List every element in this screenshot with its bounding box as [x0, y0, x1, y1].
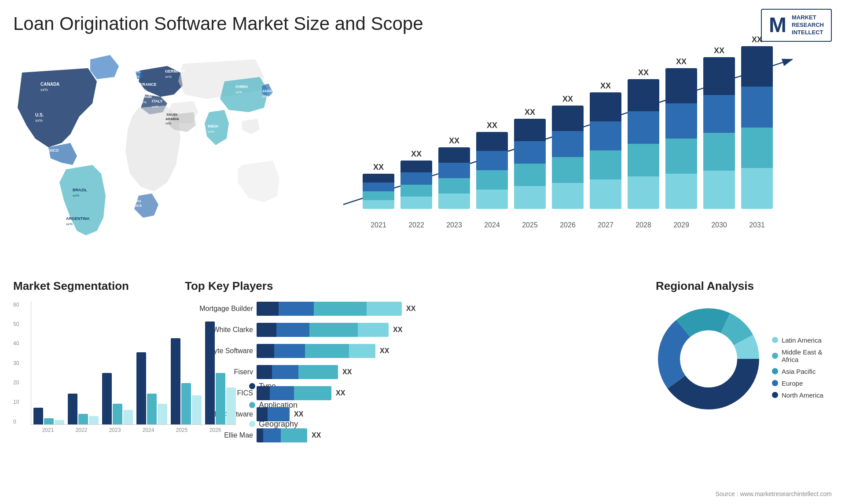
bar-segment — [552, 106, 584, 131]
bar-top-label: XX — [449, 136, 459, 146]
header: Loan Origination Software Market Size an… — [0, 0, 845, 46]
bar-stack — [703, 57, 735, 209]
svg-text:xx%: xx% — [262, 95, 268, 99]
source-text: Source : www.marketresearchintellect.com — [715, 490, 832, 497]
player-bar-segment — [257, 428, 263, 442]
seg-x-label: 2022 — [66, 427, 96, 433]
bar-top-label: XX — [714, 46, 724, 55]
bar-segment — [628, 144, 659, 176]
bar-segment — [514, 141, 546, 164]
bar-group: XX — [438, 136, 470, 209]
bar-segment — [590, 150, 621, 179]
bar-segment — [665, 103, 697, 139]
bar-stack — [363, 174, 394, 209]
bar-segment — [400, 161, 432, 173]
bar-segment — [590, 121, 621, 150]
bar-year-label: 2026 — [552, 221, 584, 229]
seg-x-label: 2023 — [100, 427, 130, 433]
svg-point-40 — [681, 332, 736, 386]
seg-bar-group — [68, 394, 99, 424]
bar-segment — [438, 194, 470, 209]
bar-group: XX — [741, 35, 773, 209]
svg-text:U.K.: U.K. — [133, 69, 141, 73]
seg-y-10: 10 — [13, 399, 19, 405]
seg-type-bar — [171, 338, 180, 424]
svg-text:ARGENTINA: ARGENTINA — [66, 216, 90, 221]
bar-group: XX — [665, 57, 697, 209]
bar-top-label: XX — [525, 108, 535, 117]
seg-y-30: 30 — [13, 360, 19, 366]
segmentation-section: Market Segmentation 60 50 40 30 20 10 0 … — [9, 279, 176, 495]
main-bar-chart: XXXXXXXXXXXXXXXXXXXXXX — [308, 51, 827, 213]
player-bar-segment — [294, 386, 331, 400]
player-row: FiservXX — [185, 365, 643, 379]
bar-segment — [741, 46, 773, 87]
bar-stack — [590, 92, 621, 209]
bar-segment — [665, 68, 697, 103]
bar-segment — [476, 170, 508, 190]
player-row: Mortgage BuilderXX — [185, 302, 643, 316]
page-title: Loan Origination Software Market Size an… — [13, 13, 423, 34]
bar-year-label: 2022 — [400, 221, 432, 229]
seg-bars-area — [31, 302, 236, 425]
bar-stack — [665, 68, 697, 209]
reg-legend-item: North America — [772, 391, 832, 399]
seg-y-axis: 60 50 40 30 20 10 0 — [13, 302, 19, 425]
player-bar-segment — [349, 344, 375, 358]
reg-legend-label: Latin America — [782, 336, 822, 344]
reg-legend-dot — [772, 392, 778, 398]
seg-bar-group — [205, 321, 236, 424]
regional-content: Latin AmericaMiddle East & AfricaAsia Pa… — [656, 302, 832, 434]
bar-year-label: 2023 — [438, 221, 470, 229]
bar-segment — [438, 163, 470, 178]
svg-text:CHINA: CHINA — [235, 84, 248, 89]
bar-segment — [741, 128, 773, 168]
bar-year-label: 2021 — [363, 221, 394, 229]
top-content: CANADA xx% U.S. xx% MEXICO xx% BRAZIL xx… — [0, 46, 845, 275]
bar-segment — [363, 200, 394, 209]
bar-segment — [590, 179, 621, 208]
reg-legend-label: Middle East & Africa — [782, 348, 832, 363]
seg-y-40: 40 — [13, 340, 19, 347]
player-bar-segment — [272, 365, 298, 379]
player-bar-segment — [276, 323, 309, 337]
bar-segment — [552, 131, 584, 157]
player-bar-container: XX — [257, 386, 345, 400]
bar-stack — [400, 161, 432, 209]
logo-line1: MARKET — [792, 14, 824, 22]
seg-bar-group — [171, 338, 202, 424]
regional-section: Regional Analysis — [651, 279, 836, 495]
seg-geo-bar — [158, 404, 167, 424]
svg-text:SOUTH: SOUTH — [129, 199, 141, 203]
player-row: Calyx SoftwareXX — [185, 407, 643, 421]
player-bar-container: XX — [257, 365, 352, 379]
seg-x-label: 2024 — [133, 427, 163, 433]
player-value: XX — [342, 368, 352, 376]
bar-segment — [400, 197, 432, 209]
seg-x-label: 2025 — [167, 427, 197, 433]
svg-text:GERMANY: GERMANY — [165, 69, 185, 73]
bar-chart-wrapper: XXXXXXXXXXXXXXXXXXXXXX — [308, 51, 827, 218]
player-bar-segment — [274, 344, 305, 358]
seg-app-bar — [113, 404, 122, 424]
bar-group: XX — [628, 68, 659, 209]
bar-segment — [514, 164, 546, 186]
players-bars: Mortgage BuilderXXWhite ClarkeXXByte Sof… — [185, 302, 643, 442]
seg-app-bar — [216, 373, 225, 424]
bar-segment — [363, 191, 394, 200]
player-value: XX — [336, 389, 345, 397]
bar-segment — [438, 147, 470, 163]
reg-legend-dot — [772, 368, 778, 374]
bar-stack — [552, 106, 584, 209]
segmentation-title: Market Segmentation — [13, 279, 172, 293]
bar-segment — [703, 57, 735, 95]
bar-year-label: 2030 — [703, 221, 735, 229]
bar-stack — [628, 79, 659, 209]
bar-segment — [628, 176, 659, 209]
bar-segment — [400, 172, 432, 185]
reg-legend-dot — [772, 380, 778, 386]
player-bar-segment — [279, 302, 314, 316]
seg-geo-bar — [89, 416, 99, 424]
bar-segment — [438, 178, 470, 194]
seg-bars-wrapper: 60 50 40 30 20 10 0 20212022202320242025… — [13, 302, 236, 433]
